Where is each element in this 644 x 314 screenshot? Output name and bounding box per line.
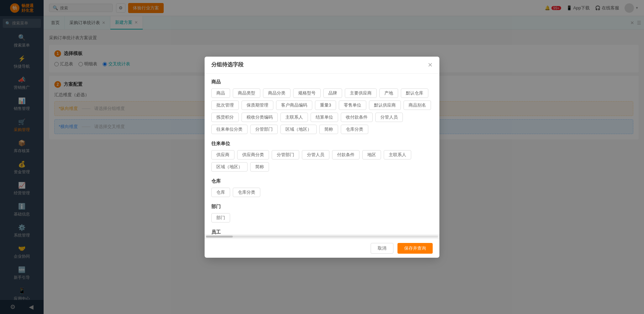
section-title-1: 往来单位 [211, 141, 433, 147]
field-tags-3: 部门 [211, 213, 433, 223]
field-tag-区域（地区）[interactable]: 区域（地区） [280, 125, 317, 134]
field-tags-0: 商品商品类型商品分类规格型号品牌主要供应商产地默认仓库批次管理保质期管理客户商品… [211, 88, 433, 134]
field-tag-主要供应商[interactable]: 主要供应商 [345, 88, 377, 98]
field-tags-1: 供应商供应商分类分管部门分管人员付款条件地区主联系人区域（地区）简称 [211, 150, 433, 172]
field-tag-分管部门[interactable]: 分管部门 [272, 150, 299, 160]
field-section-部门: 部门部门 [211, 204, 433, 223]
field-tag-仓库分类[interactable]: 仓库分类 [341, 125, 368, 134]
field-tag-部门[interactable]: 部门 [211, 213, 230, 223]
modal-horizontal-scrollbar [205, 235, 439, 239]
field-tag-分管人员[interactable]: 分管人员 [302, 150, 329, 160]
field-tag-地区[interactable]: 地区 [362, 150, 381, 160]
field-tag-商品别名[interactable]: 商品别名 [404, 101, 431, 110]
section-title-3: 部门 [211, 204, 433, 210]
field-tag-仓库[interactable]: 仓库 [211, 188, 230, 197]
field-tag-拣货积分[interactable]: 拣货积分 [211, 113, 239, 122]
cancel-button[interactable]: 取消 [371, 243, 393, 254]
field-tag-品牌[interactable]: 品牌 [323, 88, 342, 98]
field-tag-规格型号[interactable]: 规格型号 [293, 88, 321, 98]
section-title-0: 商品 [211, 79, 433, 85]
field-tag-分管部门[interactable]: 分管部门 [250, 125, 278, 134]
field-tag-批次管理[interactable]: 批次管理 [211, 101, 239, 110]
field-tag-零售单位[interactable]: 零售单位 [339, 101, 366, 110]
field-tag-结算单位[interactable]: 结算单位 [311, 113, 338, 122]
field-tag-供应商分类[interactable]: 供应商分类 [237, 150, 269, 160]
field-section-商品: 商品商品商品类型商品分类规格型号品牌主要供应商产地默认仓库批次管理保质期管理客户… [211, 79, 433, 134]
field-tag-供应商[interactable]: 供应商 [211, 150, 234, 160]
field-tag-区域（地区）[interactable]: 区域（地区） [211, 162, 248, 172]
field-section-往来单位: 往来单位供应商供应商分类分管部门分管人员付款条件地区主联系人区域（地区）简称 [211, 141, 433, 172]
field-tag-简称[interactable]: 简称 [319, 125, 338, 134]
modal-header: 分组待选字段 ✕ [205, 57, 439, 74]
field-tag-税收分类编码[interactable]: 税收分类编码 [241, 113, 278, 122]
modal-body: 商品商品商品类型商品分类规格型号品牌主要供应商产地默认仓库批次管理保质期管理客户… [205, 74, 439, 235]
field-tag-主联系人[interactable]: 主联系人 [384, 150, 411, 160]
field-tag-仓库分类[interactable]: 仓库分类 [233, 188, 260, 197]
field-tag-客户商品编码[interactable]: 客户商品编码 [276, 101, 312, 110]
field-section-员工: 员工业务员 [211, 229, 433, 235]
field-tag-收付款条件[interactable]: 收付款条件 [341, 113, 373, 122]
section-title-4: 员工 [211, 229, 433, 235]
field-tag-产地[interactable]: 产地 [379, 88, 398, 98]
modal-footer: 取消 保存并查询 [205, 239, 439, 258]
field-tag-商品类型[interactable]: 商品类型 [233, 88, 260, 98]
field-tag-保质期管理[interactable]: 保质期管理 [241, 101, 273, 110]
field-tag-简称[interactable]: 简称 [250, 162, 269, 172]
modal-title: 分组待选字段 [211, 61, 244, 68]
field-selector-modal: 分组待选字段 ✕ 商品商品商品类型商品分类规格型号品牌主要供应商产地默认仓库批次… [205, 57, 439, 258]
field-tag-主联系人[interactable]: 主联系人 [280, 113, 308, 122]
field-tag-默认仓库[interactable]: 默认仓库 [401, 88, 428, 98]
field-tag-重量3[interactable]: 重量3 [315, 101, 336, 110]
field-tag-分管人员[interactable]: 分管人员 [375, 113, 403, 122]
save-button[interactable]: 保存并查询 [397, 243, 433, 254]
field-section-仓库: 仓库仓库仓库分类 [211, 178, 433, 197]
modal-close-button[interactable]: ✕ [428, 61, 433, 69]
field-tag-付款条件[interactable]: 付款条件 [332, 150, 360, 160]
field-tag-商品分类[interactable]: 商品分类 [263, 88, 290, 98]
field-tag-商品[interactable]: 商品 [211, 88, 230, 98]
field-tag-往来单位分类[interactable]: 往来单位分类 [211, 125, 248, 134]
field-tags-2: 仓库仓库分类 [211, 188, 433, 197]
field-tag-默认供应商[interactable]: 默认供应商 [369, 101, 401, 110]
section-title-2: 仓库 [211, 178, 433, 184]
